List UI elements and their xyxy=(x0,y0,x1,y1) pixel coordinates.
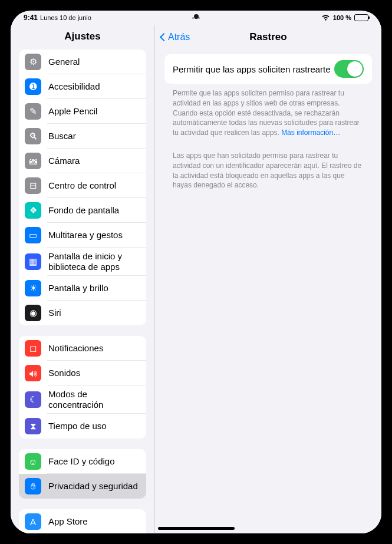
sidebar-item-siri[interactable]: ◉Siri xyxy=(19,301,146,325)
more-info-link[interactable]: Más información… xyxy=(281,128,340,137)
hand-icon: ✋︎ xyxy=(25,478,41,494)
sidebar-item-pantalla-y-brillo[interactable]: ☀︎Pantalla y brillo xyxy=(19,276,146,301)
toggle-knob xyxy=(347,61,363,77)
sidebar-item-accesibilidad[interactable]: ➊Accesibilidad xyxy=(19,74,146,99)
sidebar-group: AApp Store▬Cartera y Apple Pay✦Game Cent… xyxy=(19,509,146,533)
battery-percent: 100 % xyxy=(333,14,351,21)
status-date: Lunes 10 de junio xyxy=(40,14,91,21)
bell-icon: ◻︎ xyxy=(25,340,41,357)
tracking-toggle-label: Permitir que las apps soliciten rastrear… xyxy=(173,64,331,74)
tracking-toggle-row: Permitir que las apps soliciten rastrear… xyxy=(164,54,372,84)
page-title: Rastreo xyxy=(249,31,286,43)
back-label: Atrás xyxy=(168,32,190,42)
sidebar-item-privacidad-y-seguridad[interactable]: ✋︎Privacidad y seguridad xyxy=(19,474,146,499)
switches-icon: ⊟ xyxy=(25,177,41,194)
sidebar-item-label: Cámara xyxy=(48,156,80,166)
multitask-icon: ▭ xyxy=(25,227,41,243)
sidebar-item-label: Pantalla y brillo xyxy=(48,283,108,294)
appstore-icon: A xyxy=(25,513,41,530)
home-icon: ▦ xyxy=(25,253,41,270)
sidebar-group: ⚙︎General➊Accesibilidad✎Apple Pencil🔍︎Bu… xyxy=(19,50,146,325)
battery-icon xyxy=(354,14,368,21)
sidebar-item-pantalla-de-inicio-y-biblioteca-de-apps[interactable]: ▦Pantalla de inicio y biblioteca de apps xyxy=(19,248,146,276)
hourglass-icon: ⧗ xyxy=(25,418,41,434)
tracking-description-2: Las apps que han solicitado permiso para… xyxy=(164,146,372,190)
sidebar-item-label: Privacidad y seguridad xyxy=(48,481,138,492)
search-icon: 🔍︎ xyxy=(25,128,41,144)
sidebar-item-label: Accesibilidad xyxy=(48,81,100,92)
sidebar-item-app-store[interactable]: AApp Store xyxy=(19,509,146,533)
sidebar-item-label: Fondo de pantalla xyxy=(48,205,119,216)
sidebar-item-buscar[interactable]: 🔍︎Buscar xyxy=(19,124,146,149)
sidebar-item-label: Apple Pencil xyxy=(48,106,97,117)
sidebar-title: Ajustes xyxy=(11,25,154,50)
brightness-icon: ☀︎ xyxy=(25,280,41,296)
tracking-toggle[interactable] xyxy=(334,60,364,78)
sidebar-item-label: Face ID y código xyxy=(48,456,115,467)
sidebar-item-label: Sonidos xyxy=(48,368,80,378)
camera-icon: 📷︎ xyxy=(25,153,41,169)
wallpaper-icon: ❖ xyxy=(25,202,41,219)
sidebar-item-label: Multitarea y gestos xyxy=(48,230,123,240)
sidebar-item-label: Siri xyxy=(48,308,61,318)
pencil-icon: ✎ xyxy=(25,103,41,120)
siri-icon: ◉ xyxy=(25,305,41,321)
sidebar-item-notificaciones[interactable]: ◻︎Notificaciones xyxy=(19,336,146,361)
sidebar-item-multitarea-y-gestos[interactable]: ▭Multitarea y gestos xyxy=(19,223,146,248)
sidebar: Ajustes ⚙︎General➊Accesibilidad✎Apple Pe… xyxy=(11,25,155,533)
sidebar-item-label: Centro de control xyxy=(48,180,116,191)
faceid-icon: ☺︎ xyxy=(25,453,41,470)
accessibility-icon: ➊ xyxy=(25,78,41,95)
speaker-icon: 🔊︎ xyxy=(25,365,41,381)
sidebar-list[interactable]: ⚙︎General➊Accesibilidad✎Apple Pencil🔍︎Bu… xyxy=(11,50,154,533)
sidebar-item-tiempo-de-uso[interactable]: ⧗Tiempo de uso xyxy=(19,414,146,439)
sidebar-item-label: General xyxy=(48,57,80,67)
front-camera xyxy=(194,14,199,19)
sidebar-item-modos-de-concentraci-n[interactable]: ☾Modos de concentración xyxy=(19,385,146,414)
sidebar-item-label: Modos de concentración xyxy=(48,389,140,410)
sidebar-item-label: App Store xyxy=(48,516,88,527)
sidebar-item-centro-de-control[interactable]: ⊟Centro de control xyxy=(19,173,146,198)
gear-icon: ⚙︎ xyxy=(25,54,41,70)
main-panel: Atrás Rastreo Permitir que las apps soli… xyxy=(155,25,381,533)
sidebar-item-c-mara[interactable]: 📷︎Cámara xyxy=(19,149,146,173)
status-time: 9:41 xyxy=(24,14,38,22)
sidebar-item-label: Notificaciones xyxy=(48,343,103,354)
back-button[interactable]: Atrás xyxy=(161,32,190,42)
wifi-icon xyxy=(321,15,330,21)
home-indicator[interactable] xyxy=(158,527,235,530)
sidebar-item-label: Tiempo de uso xyxy=(48,421,107,431)
sidebar-item-face-id-y-c-digo[interactable]: ☺︎Face ID y código xyxy=(19,449,146,474)
sidebar-group: ☺︎Face ID y código✋︎Privacidad y segurid… xyxy=(19,449,146,499)
sidebar-item-label: Pantalla de inicio y biblioteca de apps xyxy=(48,251,140,272)
sidebar-group: ◻︎Notificaciones🔊︎Sonidos☾Modos de conce… xyxy=(19,336,146,439)
sidebar-item-sonidos[interactable]: 🔊︎Sonidos xyxy=(19,361,146,385)
sidebar-item-fondo-de-pantalla[interactable]: ❖Fondo de pantalla xyxy=(19,198,146,223)
sidebar-item-apple-pencil[interactable]: ✎Apple Pencil xyxy=(19,99,146,124)
chevron-left-icon xyxy=(160,33,168,41)
moon-icon: ☾ xyxy=(25,391,41,408)
sidebar-item-label: Buscar xyxy=(48,131,76,141)
tracking-description-1: Permite que las apps soliciten permiso p… xyxy=(164,84,372,138)
sidebar-item-general[interactable]: ⚙︎General xyxy=(19,50,146,74)
